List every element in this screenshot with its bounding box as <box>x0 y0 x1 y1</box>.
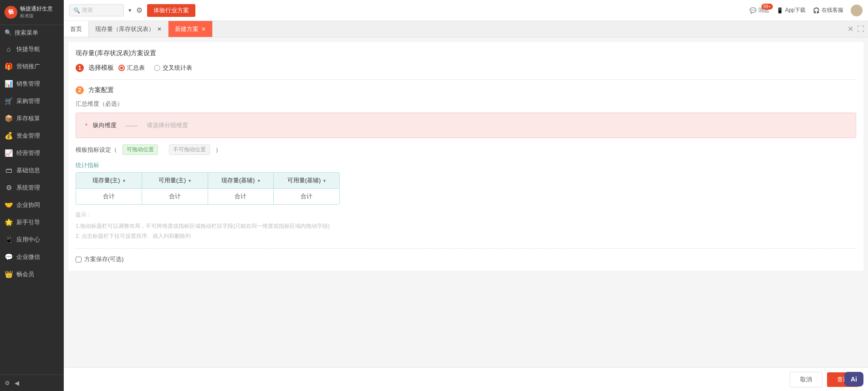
message-badge: 99+ <box>761 4 773 10</box>
tab-new-plan[interactable]: 新建方案 ✕ <box>168 21 213 37</box>
col-header-label-0: 现存量(主) <box>92 176 120 185</box>
sidebar-item-label: 资金管理 <box>16 132 40 140</box>
star-icon: 🌟 <box>5 218 13 226</box>
sidebar-search[interactable]: 🔍 搜索菜单 <box>0 25 64 41</box>
chevron-icon-3: ▾ <box>323 178 326 183</box>
page-title: 现存量(库存状况表)方案设置 <box>76 49 856 57</box>
sidebar-item-label: 销售管理 <box>16 80 40 88</box>
summary-dimension-label: 汇总维度（必选） <box>76 100 856 108</box>
sidebar-item-finance[interactable]: 💰 资金管理 <box>0 127 64 144</box>
sidebar-item-enterprise[interactable]: 🤝 企业协同 <box>0 196 64 214</box>
col-body-2: 合计 <box>208 189 274 204</box>
sidebar-item-system[interactable]: ⚙ 系统管理 <box>0 179 64 196</box>
topbar-right: 💬 消息 99+ 📱 App下载 🎧 在线客服 <box>750 5 863 16</box>
sidebar-item-label: 畅会员 <box>16 270 34 278</box>
trend-icon: 📈 <box>5 149 13 157</box>
system-icon: ⚙ <box>5 184 13 192</box>
sidebar-item-label: 库存核算 <box>16 114 40 123</box>
trial-btn[interactable]: 体验行业方案 <box>147 4 195 17</box>
step2-header: 2 方案配置 <box>76 86 856 94</box>
col-header-2[interactable]: 现存量(基辅) ▾ <box>208 173 274 188</box>
app-download-group[interactable]: 📱 App下载 <box>776 6 806 14</box>
template-indicator-label: 模板指标设定（ <box>76 146 117 154</box>
sidebar-item-purchase[interactable]: 🛒 采购管理 <box>0 93 64 110</box>
step2-label: 方案配置 <box>88 86 114 94</box>
database-icon: 🗃 <box>5 166 13 175</box>
main-panel: 现存量(库存状况表)方案设置 1 选择模板 汇总表 交叉统计表 <box>68 42 863 271</box>
topbar-search-box[interactable]: 🔍 搜索 <box>69 4 124 16</box>
sidebar-item-label: 系统管理 <box>16 184 40 192</box>
topbar-search-text: 搜索 <box>82 6 93 14</box>
box-icon: 📦 <box>5 114 13 123</box>
radio-cross-label: 交叉统计表 <box>163 64 192 72</box>
step2-num: 2 <box>76 86 84 94</box>
chevron-icon-2: ▾ <box>258 178 260 183</box>
stats-table-body: 合计 合计 合计 合计 <box>76 188 339 204</box>
sidebar-item-inventory[interactable]: 📦 库存核算 <box>0 110 64 127</box>
radio-cross-dot <box>154 65 160 71</box>
sidebar-item-app-center[interactable]: 📱 应用中心 <box>0 231 64 248</box>
radio-cross[interactable]: 交叉统计表 <box>154 64 192 72</box>
sidebar-item-member[interactable]: 👑 畅会员 <box>0 266 64 283</box>
user-avatar[interactable] <box>851 5 863 16</box>
dimension-area[interactable]: * 纵向维度 —— 请选择分组维度 <box>76 113 856 138</box>
sidebar-item-label: 企业微信 <box>16 253 40 261</box>
col-header-label-2: 现存量(基辅) <box>221 176 255 185</box>
tab-inventory-status[interactable]: 现存量（库存状况表） ✕ <box>89 21 168 37</box>
step1-header: 1 选择模板 汇总表 交叉统计表 <box>76 64 856 72</box>
handshake-icon: 🤝 <box>5 201 13 209</box>
col-header-1[interactable]: 可用量(主) ▾ <box>142 173 208 188</box>
template-indicator: 模板指标设定（ 可拖动位置 不可拖动位置 ） <box>76 144 856 155</box>
col-header-3[interactable]: 可用量(基辅) ▾ <box>274 173 339 188</box>
col-header-label-1: 可用量(主) <box>158 176 186 185</box>
tab-inventory-close-icon[interactable]: ✕ <box>157 26 162 32</box>
draggable-badge: 可拖动位置 <box>123 144 158 155</box>
topbar-settings-icon[interactable]: ⚙ <box>136 6 143 15</box>
cancel-button[interactable]: 取消 <box>790 372 822 387</box>
col-body-1: 合计 <box>142 189 208 204</box>
tip-item-1: 2. 点击标题栏下拉可设置排序、插入列和删除列 <box>76 232 856 242</box>
sidebar-item-quick-nav[interactable]: ⌂ 快捷导航 <box>0 41 64 58</box>
col-header-0[interactable]: 现存量(主) ▾ <box>76 173 142 188</box>
search-icon: 🔍 <box>5 29 12 36</box>
sidebar-item-label: 营销推广 <box>16 62 40 71</box>
online-service-group[interactable]: 🎧 在线客服 <box>813 6 843 14</box>
chevron-icon-1: ▾ <box>189 178 191 183</box>
sound-bottom-icon[interactable]: ◀ <box>15 380 19 386</box>
topbar-dropdown-icon[interactable]: ▾ <box>128 7 132 14</box>
tab-new-plan-close-icon[interactable]: ✕ <box>201 26 206 32</box>
radio-summary-dot <box>118 65 125 71</box>
app-download-label: App下载 <box>785 6 806 14</box>
sidebar-item-operations[interactable]: 📈 经营管理 <box>0 144 64 162</box>
sidebar-item-sales[interactable]: 📊 销售管理 <box>0 75 64 93</box>
divider1 <box>76 79 856 80</box>
radio-summary[interactable]: 汇总表 <box>118 64 145 72</box>
tab-expand-icon[interactable]: ⛶ <box>857 25 864 33</box>
message-group[interactable]: 💬 消息 99+ <box>750 6 769 14</box>
sidebar-item-wechat[interactable]: 💬 企业微信 <box>0 248 64 266</box>
app-edition: 标准版 <box>20 13 53 19</box>
divider2 <box>76 248 856 249</box>
sidebar-item-marketing[interactable]: 🎁 营销推广 <box>0 58 64 75</box>
col-header-label-3: 可用量(基辅) <box>287 176 321 185</box>
save-checkbox[interactable] <box>76 257 82 262</box>
sidebar-item-new-guide[interactable]: 🌟 新手引导 <box>0 214 64 231</box>
sidebar-item-basic-info[interactable]: 🗃 基础信息 <box>0 162 64 179</box>
cart-icon: 🛒 <box>5 97 13 105</box>
sidebar-item-label: 采购管理 <box>16 97 40 105</box>
tab-close-all-icon[interactable]: ✕ <box>848 25 853 33</box>
non-draggable-badge: 不可拖动位置 <box>169 144 210 155</box>
sidebar: 畅 畅捷通好生意 标准版 🔍 搜索菜单 ⌂ 快捷导航 🎁 营销推广 📊 销售管理… <box>0 0 64 391</box>
gift-icon: 🎁 <box>5 62 13 71</box>
tab-home[interactable]: 首页 <box>64 21 89 37</box>
sidebar-item-label: 快捷导航 <box>16 45 40 53</box>
stats-section-label: 统计指标 <box>76 161 856 170</box>
crown-icon: 👑 <box>5 270 13 278</box>
sidebar-search-label: 搜索菜单 <box>15 29 38 37</box>
template-indicator-end: ） <box>215 146 221 154</box>
settings-bottom-icon[interactable]: ⚙ <box>5 380 10 386</box>
col-body-0: 合计 <box>76 189 142 204</box>
radio-summary-label: 汇总表 <box>127 64 145 72</box>
dimension-dash: —— <box>126 122 138 129</box>
tips-label: 提示： <box>76 211 856 219</box>
